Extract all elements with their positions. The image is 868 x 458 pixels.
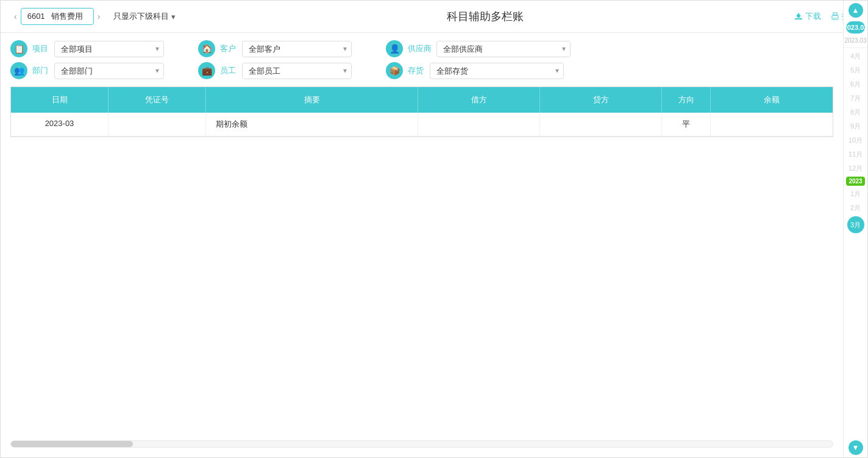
cell-date: 2023-03 [11,113,108,136]
inventory-label: 存货 [408,65,425,76]
col-credit: 贷方 [540,87,662,113]
employee-select-wrapper: 全部员工 [242,63,352,79]
scroll-thumb [11,441,133,447]
project-label: 项目 [32,43,49,54]
show-sub-btn[interactable]: 只显示下级科目 ▾ [113,11,176,22]
cell-credit [540,113,662,136]
project-icon: 📋 [10,40,27,57]
filter-row-2: 👥 部门 全部部门 💼 员工 全部员工 [10,62,858,79]
customer-select[interactable]: 全部客户 [242,41,352,57]
timeline-item-6[interactable]: 6月 [844,77,867,91]
supplier-select[interactable]: 全部供应商 [436,41,571,57]
dept-select[interactable]: 全部部门 [54,63,164,79]
svg-rect-0 [795,18,802,19]
employee-label: 员工 [220,65,237,76]
timeline-item-3-active[interactable]: 3月 [847,216,864,233]
supplier-label: 供应商 [408,43,432,54]
account-name: 销售费用 [51,12,83,21]
horizontal-scrollbar[interactable] [10,440,833,448]
svg-marker-1 [796,13,801,18]
page-title: 科目辅助多栏账 [176,9,794,24]
filter-row-1: 📋 项目 全部项目 🏠 客户 全部客户 [10,40,858,57]
timeline-up-btn[interactable]: ▲ [848,3,863,18]
data-table: 日期 凭证号 摘要 借方 贷方 方向 余额 2023-03 期初余额 平 [10,86,833,137]
timeline-item-1[interactable]: 1月 [844,187,867,201]
timeline-year-badge: 2023 [846,177,865,186]
inventory-icon: 📦 [386,62,403,79]
print-icon [831,12,839,21]
account-code: 6601 [27,12,45,21]
timeline-item-5[interactable]: 5月 [844,63,867,77]
cell-direction: 平 [662,113,711,136]
col-date: 日期 [11,87,108,113]
inventory-select[interactable]: 全部存货 [430,63,564,79]
col-direction: 方向 [662,87,711,113]
project-select[interactable]: 全部项目 [54,41,164,57]
filter-section: 📋 项目 全部项目 🏠 客户 全部客户 [1,33,867,86]
project-select-wrapper: 全部项目 [54,41,164,57]
timeline-item-9[interactable]: 9月 [844,119,867,133]
download-icon [794,12,803,21]
timeline-down-btn[interactable]: ▼ [848,440,863,455]
col-balance: 余额 [711,87,833,113]
timeline-item-4[interactable]: 4月 [844,49,867,63]
employee-icon: 💼 [198,62,215,79]
customer-label: 客户 [220,43,237,54]
timeline-item-11[interactable]: 11月 [844,147,867,161]
inventory-select-wrapper: 全部存货 [430,63,564,79]
show-sub-label: 只显示下级科目 [113,11,169,22]
prev-account-btn[interactable]: ‹ [10,10,21,23]
supplier-icon: 👤 [386,40,403,57]
dept-select-wrapper: 全部部门 [54,63,164,79]
timeline-item-2[interactable]: 2月 [844,201,867,215]
table-header: 日期 凭证号 摘要 借方 贷方 方向 余额 [11,87,833,113]
timeline-item-7[interactable]: 7月 [844,91,867,105]
cell-voucher [108,113,206,136]
timeline-item-10[interactable]: 10月 [844,133,867,147]
employee-select[interactable]: 全部员工 [242,63,352,79]
customer-icon: 🏠 [198,40,215,57]
show-sub-arrow: ▾ [171,12,176,21]
dept-label: 部门 [32,65,49,76]
col-debit: 借方 [418,87,540,113]
table-row: 2023-03 期初余额 平 [11,113,833,136]
next-account-btn[interactable]: › [94,10,104,23]
download-btn[interactable]: 下载 [794,11,821,22]
svg-rect-4 [833,17,837,19]
timeline-item-12[interactable]: 12月 [844,161,867,175]
col-summary: 摘要 [206,87,418,113]
timeline-item-2023-03-sub[interactable]: 2023.03 [844,35,867,46]
timeline-item-8[interactable]: 8月 [844,105,867,119]
svg-rect-3 [833,13,837,15]
customer-filter-item: 🏠 客户 全部客户 [198,40,352,57]
timeline-item-2023-03-top[interactable]: 2023.03 [846,21,865,33]
top-bar: ‹ 6601 销售费用 › 只显示下级科目 ▾ 科目辅助多栏账 下载 打印 × [1,1,867,33]
supplier-select-wrapper: 全部供应商 [436,41,571,57]
main-window: ‹ 6601 销售费用 › 只显示下级科目 ▾ 科目辅助多栏账 下载 打印 × [0,0,868,458]
dept-filter-item: 👥 部门 全部部门 [10,62,164,79]
customer-select-wrapper: 全部客户 [242,41,352,57]
cell-summary: 期初余额 [206,113,418,136]
dept-icon: 👥 [10,62,27,79]
cell-balance [711,113,833,136]
employee-filter-item: 💼 员工 全部员工 [198,62,352,79]
inventory-filter-item: 📦 存货 全部存货 [386,62,564,79]
table-body: 2023-03 期初余额 平 [11,113,833,136]
supplier-filter-item: 👤 供应商 全部供应商 [386,40,571,57]
project-filter-item: 📋 项目 全部项目 [10,40,164,57]
timeline-panel: ▲ 2023.03 2023.03 4月 5月 6月 7月 8月 9月 10月 … [843,1,867,457]
col-voucher: 凭证号 [108,87,206,113]
account-label: 6601 销售费用 [21,8,94,25]
cell-debit [418,113,540,136]
